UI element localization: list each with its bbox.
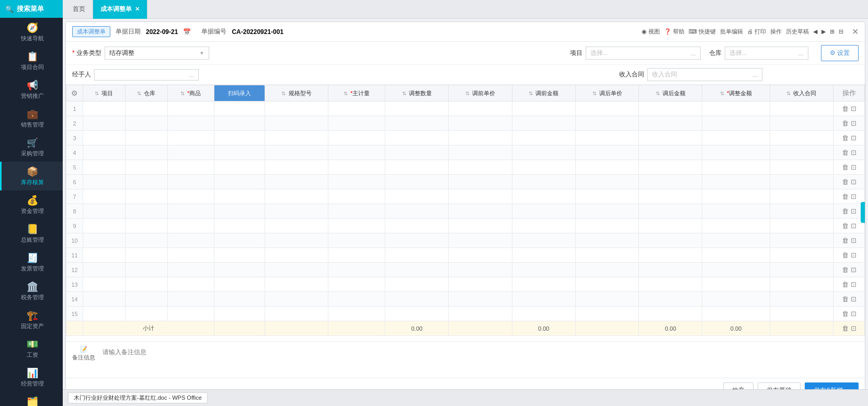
expand-btn[interactable]: ⊞	[830, 28, 835, 35]
cell-adjust-amount[interactable]	[702, 292, 770, 307]
cell-adjust-qty[interactable]	[385, 175, 449, 189]
sort-icon[interactable]: ⇅	[344, 91, 348, 96]
cell-project[interactable]	[83, 263, 125, 277]
cell-adjust-amount[interactable]	[702, 307, 770, 321]
cell-adjust-qty[interactable]	[385, 160, 449, 175]
sort-icon[interactable]: ⇅	[465, 91, 470, 96]
cell-after-unit-price[interactable]	[575, 116, 638, 131]
cell-project[interactable]	[83, 116, 125, 131]
cell-warehouse[interactable]	[125, 131, 167, 145]
cell-unit[interactable]	[328, 233, 385, 248]
cell-income-contract[interactable]	[770, 263, 833, 277]
delete-icon[interactable]: 🗑	[842, 105, 849, 112]
sort-icon[interactable]: ⇅	[592, 91, 597, 96]
sidebar-item-inventory[interactable]: 📦 库存核算	[0, 162, 63, 190]
nav-left-btn[interactable]: ◀	[813, 28, 817, 35]
cell-after-unit-price[interactable]	[575, 248, 638, 263]
cell-after-amount[interactable]	[639, 248, 702, 263]
cell-project[interactable]	[83, 248, 125, 263]
cell-prev-unit-price[interactable]	[449, 131, 512, 145]
cell-project[interactable]	[83, 204, 125, 219]
sidebar-item-fixed-assets[interactable]: 🏗️ 固定资产	[0, 306, 63, 334]
cell-goods[interactable]	[167, 292, 214, 307]
cell-unit[interactable]	[328, 248, 385, 263]
cell-project[interactable]	[83, 145, 125, 160]
copy-icon[interactable]: ⊡	[851, 280, 856, 288]
cell-prev-unit-price[interactable]	[449, 160, 512, 175]
cell-prev-unit-price[interactable]	[449, 292, 512, 307]
cell-after-unit-price[interactable]	[575, 233, 638, 248]
cell-after-amount[interactable]	[639, 307, 702, 321]
cell-warehouse[interactable]	[125, 145, 167, 160]
cell-income-contract[interactable]	[770, 307, 833, 321]
cell-project[interactable]	[83, 175, 125, 189]
copy-icon[interactable]: ⊡	[851, 193, 856, 200]
settings-btn[interactable]: ⚙ 设置	[821, 45, 859, 61]
cell-spec[interactable]	[265, 189, 328, 204]
cell-prev-unit-price[interactable]	[449, 219, 512, 233]
cell-project[interactable]	[83, 292, 125, 307]
delete-icon[interactable]: 🗑	[842, 236, 849, 244]
cell-spec[interactable]	[265, 307, 328, 321]
copy-icon[interactable]: ⊡	[851, 324, 856, 332]
cell-income-contract[interactable]	[770, 160, 833, 175]
col-scan[interactable]: 扫码录入	[214, 85, 265, 102]
cell-prev-amount[interactable]	[512, 116, 575, 131]
cell-adjust-amount[interactable]	[702, 219, 770, 233]
cell-adjust-qty[interactable]	[385, 233, 449, 248]
cell-prev-amount[interactable]	[512, 292, 575, 307]
cell-income-contract[interactable]	[770, 277, 833, 292]
cell-income-contract[interactable]	[770, 219, 833, 233]
cell-goods[interactable]	[167, 233, 214, 248]
cell-scan[interactable]	[214, 116, 265, 131]
cell-income-contract[interactable]	[770, 175, 833, 189]
cell-unit[interactable]	[328, 263, 385, 277]
cell-income-contract[interactable]	[770, 292, 833, 307]
cell-prev-amount[interactable]	[512, 277, 575, 292]
handler-select[interactable]: ...	[94, 69, 199, 81]
sort-icon[interactable]: ⇅	[720, 91, 724, 96]
cell-scan[interactable]	[214, 189, 265, 204]
delete-icon[interactable]: 🗑	[842, 310, 849, 318]
notes-icon-group[interactable]: 📝 备注信息	[72, 346, 95, 362]
copy-icon[interactable]: ⊡	[851, 207, 856, 215]
cell-prev-amount[interactable]	[512, 233, 575, 248]
notes-input[interactable]	[100, 346, 859, 365]
cell-adjust-amount[interactable]	[702, 145, 770, 160]
cell-adjust-amount[interactable]	[702, 233, 770, 248]
cell-project[interactable]	[83, 102, 125, 116]
view-btn[interactable]: ◉ 视图	[642, 28, 660, 36]
cell-adjust-qty[interactable]	[385, 145, 449, 160]
cell-after-amount[interactable]	[639, 263, 702, 277]
taskbar-item[interactable]: 木门行业好业财处理方案-墓红红.doc - WPS Office	[68, 392, 208, 403]
copy-icon[interactable]: ⊡	[851, 222, 856, 230]
cell-prev-amount[interactable]	[512, 145, 575, 160]
delete-icon[interactable]: 🗑	[842, 251, 849, 259]
cell-prev-unit-price[interactable]	[449, 189, 512, 204]
cell-spec[interactable]	[265, 248, 328, 263]
cell-project[interactable]	[83, 233, 125, 248]
table-settings-icon[interactable]: ⚙	[71, 89, 78, 97]
cell-prev-unit-price[interactable]	[449, 277, 512, 292]
shortcut-btn[interactable]: ⌨ 快捷键	[689, 28, 716, 36]
cell-goods[interactable]	[167, 248, 214, 263]
cell-after-unit-price[interactable]	[575, 292, 638, 307]
cell-project[interactable]	[83, 160, 125, 175]
cell-unit[interactable]	[328, 102, 385, 116]
cell-spec[interactable]	[265, 277, 328, 292]
right-edge-indicator[interactable]	[861, 202, 865, 223]
cell-adjust-amount[interactable]	[702, 175, 770, 189]
cell-unit[interactable]	[328, 219, 385, 233]
cell-prev-amount[interactable]	[512, 307, 575, 321]
cell-goods[interactable]	[167, 145, 214, 160]
sort-icon[interactable]: ⇅	[656, 91, 660, 96]
cell-after-unit-price[interactable]	[575, 204, 638, 219]
cell-warehouse[interactable]	[125, 116, 167, 131]
cell-adjust-amount[interactable]	[702, 160, 770, 175]
cell-unit[interactable]	[328, 116, 385, 131]
sidebar-item-invoice-mgmt[interactable]: 🧾 发票管理	[0, 248, 63, 277]
cell-prev-amount[interactable]	[512, 102, 575, 116]
cell-after-amount[interactable]	[639, 277, 702, 292]
tab-cost-adj[interactable]: 成本调整单 ✕	[93, 0, 147, 19]
cell-warehouse[interactable]	[125, 248, 167, 263]
